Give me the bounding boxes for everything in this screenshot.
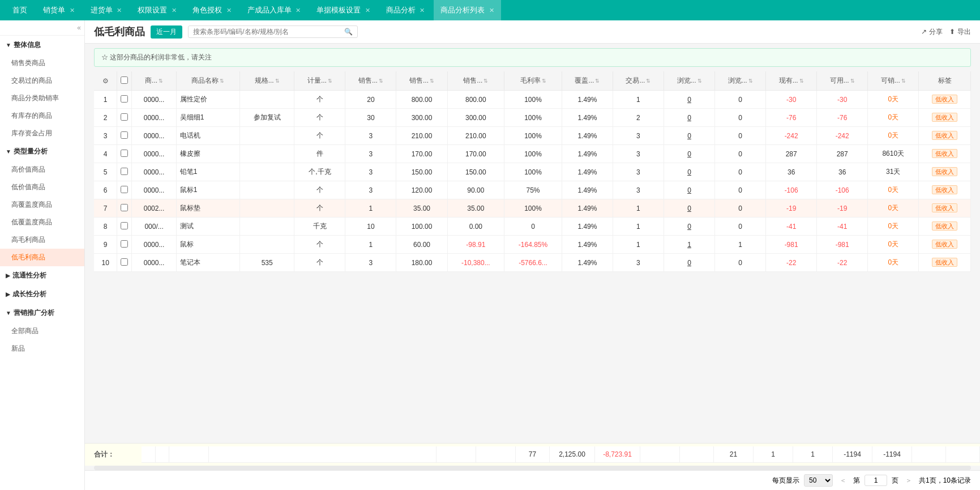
close-products-icon[interactable]: ✕ (296, 7, 301, 14)
search-box[interactable]: 🔍 (188, 25, 358, 38)
prev-page-btn[interactable]: ＜ (837, 476, 849, 485)
nav-analysis-list[interactable]: 商品分析列表 ✕ (434, 0, 501, 20)
select-all-checkbox[interactable] (121, 76, 128, 84)
sidebar-item-new-goods[interactable]: 新品 (0, 340, 84, 357)
close-permissions-icon[interactable]: ✕ (172, 7, 177, 14)
cell-checkbox[interactable] (117, 127, 132, 145)
cell-checkbox[interactable] (117, 199, 132, 218)
cell-checkbox[interactable] (117, 109, 132, 127)
cell-current-stock: -41 (766, 218, 817, 236)
row-checkbox[interactable] (121, 258, 128, 266)
sidebar-item-high-margin[interactable]: 高毛利商品 (0, 231, 84, 249)
cell-sales-amount: 150.00 (447, 163, 504, 181)
cell-available: -106 (817, 181, 868, 199)
table-container[interactable]: ⚙ 商...⇅ 商品名称⇅ 规格...⇅ 计量...⇅ 销售...⇅ 销售...… (85, 71, 980, 443)
close-roles-icon[interactable]: ✕ (226, 7, 232, 14)
cell-checkbox[interactable] (117, 91, 132, 109)
cell-transactions: 1 (613, 91, 664, 109)
sidebar-item-in-stock[interactable]: 有库存的商品 (0, 107, 84, 125)
cell-checkbox[interactable] (117, 218, 132, 236)
share-button[interactable]: ↗ 分享 (921, 27, 943, 37)
nav-permissions[interactable]: 权限设置 ✕ (131, 0, 183, 20)
cell-browse1[interactable]: 0 (664, 218, 714, 236)
browse1-link[interactable]: 0 (687, 168, 691, 176)
cell-browse1[interactable]: 0 (664, 127, 714, 145)
scrollbar[interactable] (94, 466, 971, 470)
sidebar-item-low-margin[interactable]: 低毛利商品 (0, 249, 84, 266)
nav-analysis[interactable]: 商品分析 ✕ (379, 0, 432, 20)
cell-browse1[interactable]: 0 (664, 181, 714, 199)
browse1-link[interactable]: 0 (687, 150, 691, 158)
browse1-link[interactable]: 0 (687, 114, 691, 122)
cell-checkbox[interactable] (117, 181, 132, 199)
cell-browse1[interactable]: 1 (664, 236, 714, 254)
row-checkbox[interactable] (121, 186, 128, 193)
cell-browse1[interactable]: 0 (664, 254, 714, 272)
row-checkbox[interactable] (121, 113, 128, 121)
browse1-link[interactable]: 0 (687, 96, 691, 104)
row-checkbox[interactable] (121, 131, 128, 139)
arrow-marketing: ▼ (6, 310, 11, 316)
cell-checkbox[interactable] (117, 145, 132, 163)
per-page-select[interactable]: 50 100 200 (804, 474, 833, 487)
nav-templates[interactable]: 单据模板设置 ✕ (310, 0, 377, 20)
nav-products[interactable]: 产成品入库单 ✕ (241, 0, 308, 20)
close-sales-icon[interactable]: ✕ (70, 7, 75, 14)
sidebar-item-low-value[interactable]: 低价值商品 (0, 178, 84, 196)
cell-checkbox[interactable] (117, 254, 132, 272)
browse1-link[interactable]: 0 (687, 204, 691, 212)
sidebar-group-type[interactable]: ▼ 类型量分析 (0, 142, 84, 161)
cell-browse1[interactable]: 0 (664, 163, 714, 181)
col-settings[interactable]: ⚙ (94, 71, 117, 91)
cell-browse1[interactable]: 0 (664, 145, 714, 163)
row-checkbox[interactable] (121, 168, 128, 175)
cell-checkbox[interactable] (117, 163, 132, 181)
sidebar-item-stock-capital[interactable]: 库存资金占用 (0, 125, 84, 142)
search-input[interactable] (193, 28, 344, 36)
col-checkbox[interactable] (117, 71, 132, 91)
next-page-btn[interactable]: ＞ (903, 476, 914, 485)
sidebar-item-low-coverage[interactable]: 低覆盖度商品 (0, 214, 84, 231)
close-templates-icon[interactable]: ✕ (365, 7, 370, 14)
cell-unit: 个 (294, 127, 345, 145)
sidebar-group-growth[interactable]: ▶ 成长性分析 (0, 285, 84, 304)
close-purchase-icon[interactable]: ✕ (117, 7, 122, 14)
sidebar-collapse-btn[interactable]: « (0, 20, 84, 36)
cell-checkbox[interactable] (117, 236, 132, 254)
nav-roles[interactable]: 角色授权 ✕ (186, 0, 238, 20)
browse1-link[interactable]: 0 (687, 259, 691, 267)
browse1-link[interactable]: 1 (687, 241, 691, 249)
sidebar-item-category-rate[interactable]: 商品分类助销率 (0, 90, 84, 107)
nav-purchase[interactable]: 进货单 ✕ (84, 0, 129, 20)
cell-browse1[interactable]: 0 (664, 109, 714, 127)
cell-browse1[interactable]: 0 (664, 91, 714, 109)
browse1-link[interactable]: 0 (687, 132, 691, 140)
nav-home[interactable]: 首页 (6, 0, 34, 20)
sidebar-item-all-goods[interactable]: 全部商品 (0, 322, 84, 340)
row-checkbox[interactable] (121, 150, 128, 157)
sidebar-group-liquidity[interactable]: ▶ 流通性分析 (0, 266, 84, 285)
sidebar-item-high-value[interactable]: 高价值商品 (0, 161, 84, 178)
row-checkbox[interactable] (121, 222, 128, 229)
row-checkbox[interactable] (121, 240, 128, 248)
sidebar-group-general[interactable]: ▼ 整体信息 (0, 36, 84, 54)
browse1-link[interactable]: 0 (687, 223, 691, 231)
sidebar-item-high-coverage[interactable]: 高覆盖度商品 (0, 196, 84, 214)
row-checkbox[interactable] (121, 95, 128, 103)
nav-sales[interactable]: 销货单 ✕ (36, 0, 82, 20)
row-checkbox[interactable] (121, 204, 128, 211)
export-button[interactable]: ⬆ 导出 (949, 27, 971, 37)
cell-browse1[interactable]: 0 (664, 199, 714, 218)
period-button[interactable]: 近一月 (151, 25, 182, 39)
sidebar-item-traded-goods[interactable]: 交易过的商品 (0, 72, 84, 90)
settings-icon[interactable]: ⚙ (102, 77, 109, 85)
close-analysis-icon[interactable]: ✕ (420, 7, 425, 14)
cell-spec (240, 91, 294, 109)
sidebar-group-marketing[interactable]: ▼ 营销推广分析 (0, 304, 84, 322)
sidebar-item-sales-goods[interactable]: 销售类商品 (0, 54, 84, 72)
close-analysis-list-icon[interactable]: ✕ (489, 7, 494, 14)
page-input[interactable] (865, 475, 887, 486)
search-icon[interactable]: 🔍 (344, 28, 353, 36)
total-sales-amount: -8,723.91 (595, 446, 640, 463)
browse1-link[interactable]: 0 (687, 186, 691, 194)
